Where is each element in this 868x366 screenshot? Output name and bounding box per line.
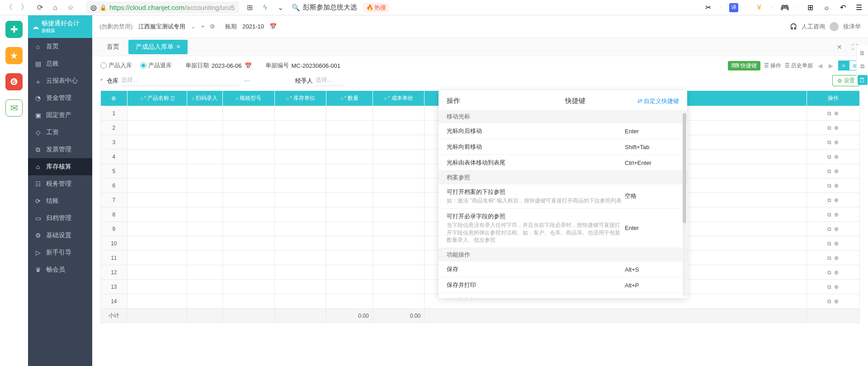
add-icon[interactable]: ⊕ (834, 240, 839, 247)
copy-icon[interactable]: ⧉ (827, 125, 831, 131)
flash-icon[interactable]: ϟ (261, 3, 270, 12)
copy-icon[interactable]: ⧉ (827, 255, 831, 261)
reload-icon[interactable]: ⟳ (35, 3, 44, 12)
customize-shortcut-link[interactable]: ⇄自定义快捷键 (637, 97, 679, 105)
radio-0[interactable]: 产品入库 (100, 61, 132, 70)
copy-icon[interactable]: ⧉ (827, 226, 831, 232)
add-icon[interactable]: ⊕ (834, 168, 839, 174)
add-icon[interactable]: ⊕ (834, 183, 839, 189)
hot-search-tag[interactable]: 🔥热搜 (363, 3, 389, 13)
sidebar-item-11[interactable]: ⚙基础设置 (28, 227, 92, 244)
handler-select[interactable]: 选择... (316, 76, 343, 86)
copy-icon[interactable]: ⧉ (827, 110, 831, 117)
add-icon[interactable]: ⊕ (834, 298, 839, 305)
settings-button[interactable]: ⚙ 设置 (832, 75, 860, 86)
sidebar-item-12[interactable]: ▷新手引导 (28, 244, 92, 261)
col-gear[interactable]: ⚙ (101, 91, 127, 106)
chevron-down-icon[interactable]: ⌄ (191, 23, 196, 30)
col-3[interactable]: ◇规格型号 (223, 91, 274, 106)
add-icon[interactable]: ⊕ (834, 269, 839, 276)
prev-icon[interactable]: ◀ (816, 62, 824, 69)
add-icon[interactable]: ⊕ (834, 154, 839, 160)
operation-button[interactable]: ☰ 操作 (764, 62, 781, 70)
history-button[interactable]: ☰ 历史单据 (785, 62, 813, 70)
calendar-icon[interactable]: 📅 (245, 62, 252, 69)
copy-icon[interactable]: ⧉ (827, 139, 831, 145)
back-icon[interactable]: 〈 (5, 3, 14, 12)
home-icon[interactable]: ⌂ (51, 3, 60, 12)
copy-icon[interactable]: ⧉ (827, 240, 831, 247)
sidebar-item-4[interactable]: ▣固定资产 (28, 107, 92, 124)
add-icon[interactable]: ⊕ (834, 226, 839, 232)
tab-1[interactable]: 产成品入库单✕ (128, 40, 188, 54)
translate-icon[interactable]: 译 (729, 3, 738, 12)
game-icon[interactable]: 🎮 (780, 3, 789, 12)
coin-icon[interactable]: ¥ (755, 3, 764, 12)
sidebar-item-8[interactable]: ☷税务管理 (28, 175, 92, 192)
shortcut-badge[interactable]: ⌨ 快捷键 (728, 61, 760, 70)
tab-0[interactable]: 首页 (99, 40, 127, 54)
copy-icon[interactable]: ⧉ (827, 183, 831, 189)
sidebar-item-13[interactable]: ♛畅会员 (28, 261, 92, 278)
copy-icon[interactable]: ⧉ (827, 197, 831, 203)
sidebar-item-5[interactable]: ◇工资 (28, 124, 92, 141)
copy-icon[interactable]: ⧉ (827, 168, 831, 174)
col-1[interactable]: ◇*产品名称 ⍰ (127, 91, 187, 106)
menu-icon[interactable]: ☰ (854, 3, 863, 12)
close-icon[interactable]: ✕ (176, 44, 180, 50)
sidebar-item-2[interactable]: ⟁云报表中心 (28, 72, 92, 89)
os-app-2[interactable]: ★ (5, 47, 23, 64)
list-view-button[interactable]: ≡ (838, 61, 849, 70)
gear-icon[interactable]: ⚙ (210, 23, 215, 30)
apps-icon[interactable]: ⊞ (806, 3, 815, 12)
sidebar-item-1[interactable]: ▤总账 (28, 55, 92, 72)
copy-icon[interactable]: ⧉ (827, 154, 831, 160)
col-2[interactable]: ◇扫码录入 (187, 91, 222, 106)
add-icon[interactable]: ⊕ (834, 211, 839, 218)
col-6[interactable]: ◇*成本单价 (373, 91, 424, 106)
forward-icon[interactable]: 〉 (20, 3, 29, 12)
add-icon[interactable]: ⊕ (834, 255, 839, 261)
os-app-1[interactable]: ✚ (5, 21, 23, 38)
sidebar-item-7[interactable]: ⌂库存核算 (28, 158, 92, 175)
add-icon[interactable]: ⊕ (834, 284, 839, 290)
strip-doc-icon[interactable]: 🗎 (858, 48, 868, 58)
sidebar-item-0[interactable]: ⌂首页 (28, 38, 92, 55)
add-icon[interactable]: ⊕ (834, 125, 839, 131)
close-all-icon[interactable]: ✕ (834, 41, 845, 53)
warehouse-select[interactable]: 选择... (121, 76, 239, 86)
more-icon[interactable]: ⋯ (244, 77, 250, 84)
col-5[interactable]: ◇*数量 (326, 91, 373, 106)
copy-icon[interactable]: ⧉ (827, 298, 831, 305)
sidebar-item-6[interactable]: ⧉发票管理 (28, 141, 92, 158)
strip-note-icon[interactable]: 🗒 (858, 75, 868, 85)
copy-icon[interactable]: ⧉ (827, 284, 831, 290)
chevron-down-icon[interactable]: ⌄ (276, 3, 285, 12)
copy-icon[interactable]: ⧉ (827, 269, 831, 276)
url-bar[interactable]: ◎ 🔒 https://cloud.chanjet.com/accounting… (86, 1, 239, 14)
brightness-icon[interactable]: ☼ (822, 3, 831, 12)
star-icon[interactable]: ☆ (66, 3, 75, 12)
col-4[interactable]: ◇*库存单位 (274, 91, 326, 106)
consult-link[interactable]: 人工咨询 (802, 23, 825, 31)
copy-icon[interactable]: ⧉ (827, 211, 831, 218)
add-icon[interactable]: ⊕ (834, 139, 839, 145)
qr-icon[interactable]: ⊞ (245, 3, 255, 12)
os-app-3[interactable]: ❻ (5, 73, 23, 90)
next-icon[interactable]: ▶ (827, 62, 835, 69)
strip-chart-icon[interactable]: ⧉ (858, 61, 868, 71)
sidebar-item-10[interactable]: ▭归档管理 (28, 210, 92, 227)
date-value[interactable]: 2023-06-06 (212, 62, 242, 69)
add-icon[interactable]: ⊕ (834, 197, 839, 203)
radio-1[interactable]: 产品退库 (140, 61, 172, 70)
avatar[interactable] (830, 22, 839, 31)
calendar-icon[interactable]: 📅 (269, 23, 277, 30)
plus-icon[interactable]: + (201, 23, 205, 30)
sidebar-item-3[interactable]: ◔资金管理 (28, 89, 92, 107)
add-icon[interactable]: ⊕ (834, 110, 839, 117)
undo-icon[interactable]: ↶ (838, 3, 847, 12)
os-app-4[interactable]: ✉ (5, 99, 23, 117)
popover-scrollbar[interactable] (683, 113, 686, 296)
browser-search[interactable]: 🔍 彭斯参加总统大选 (292, 3, 357, 12)
scissors-icon[interactable]: ✂ (703, 3, 712, 12)
